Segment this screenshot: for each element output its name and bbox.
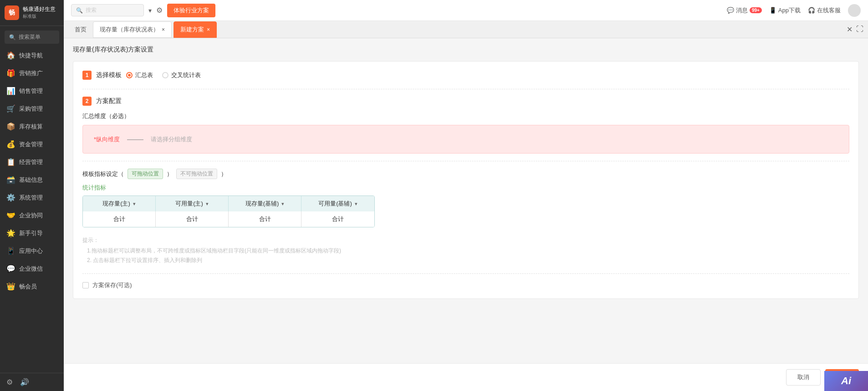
topbar-search-box[interactable]: 🔍 搜索 [71, 4, 144, 16]
stats-table-header: 现存量(主) ▾ 可用量(主) ▾ 现存量(基辅) ▾ [83, 196, 374, 211]
sidebar-item-marketing[interactable]: 🎁 营销推广 [0, 64, 64, 82]
fixed-badge: 不可拖动位置 [176, 169, 217, 179]
page-title: 现存量(库存状况表)方案设置 [73, 46, 859, 54]
body-available-aux: 合计 [301, 211, 374, 227]
stats-table-body: 合计 合计 合计 合计 [83, 211, 374, 227]
sidebar: 畅 畅康通好生意 标准版 🔍 搜索菜单 🏠 快捷导航 🎁 营销推广 📊 销售管理… [0, 0, 64, 391]
ai-float-button[interactable]: Ai [824, 371, 868, 391]
tab-inventory-close-icon[interactable]: × [162, 26, 165, 33]
topbar-dropdown-button[interactable]: ▾ [148, 7, 152, 14]
topbar-search-icon: 🔍 [76, 7, 83, 14]
tips-item-2: 2. 点击标题栏下拉可设置排序、插入列和删除列 [82, 257, 849, 264]
topbar-right: 💬 消息 99+ 📱 App下载 🎧 在线客服 [727, 4, 861, 17]
topbar-gear-icon[interactable]: ⚙ [156, 6, 163, 15]
gift-icon: 🎁 [6, 69, 15, 77]
tips-item-1: 1.拖动标题栏可以调整布局，不可跨维度或指标区域拖动栏目字段(只能在同一维度或指… [82, 247, 849, 255]
crown-icon: 👑 [6, 282, 15, 291]
app-download-btn[interactable]: 📱 App下载 [769, 6, 801, 15]
radio-summary[interactable]: 汇总表 [126, 71, 153, 79]
sidebar-footer: ⚙ 🔊 [0, 373, 64, 391]
star-icon: 🌟 [6, 229, 15, 237]
user-avatar[interactable] [848, 4, 861, 17]
money-icon: 💰 [6, 140, 15, 149]
tab-home[interactable]: 首页 [68, 22, 93, 37]
sidebar-item-operations[interactable]: 📋 经营管理 [0, 153, 64, 171]
template-options: 汇总表 交叉统计表 [126, 71, 201, 79]
database-icon: 🗃️ [6, 175, 15, 184]
settings-icon: ⚙️ [6, 193, 15, 202]
home-icon: 🏠 [6, 51, 15, 60]
sidebar-item-member[interactable]: 👑 畅会员 [0, 278, 64, 295]
stats-table: 现存量(主) ▾ 可用量(主) ▾ 现存量(基辅) ▾ [82, 196, 375, 227]
tab-expand-icon[interactable]: ⛶ [856, 25, 863, 34]
clipboard-icon: 📋 [6, 158, 15, 166]
sidebar-item-wechat[interactable]: 💬 企业微信 [0, 260, 64, 278]
sidebar-item-purchase[interactable]: 🛒 采购管理 [0, 100, 64, 118]
sidebar-item-apps[interactable]: 📱 应用中心 [0, 242, 64, 260]
col-current-main-dropdown[interactable]: ▾ [133, 201, 136, 207]
dimension-area[interactable]: *纵向维度 —— 请选择分组维度 [82, 125, 849, 154]
body-current-aux: 合计 [229, 211, 301, 227]
col-available-main-dropdown[interactable]: ▾ [206, 201, 209, 207]
search-icon: 🔍 [9, 34, 16, 41]
footer-volume-icon[interactable]: 🔊 [20, 378, 29, 386]
radio-summary-circle [126, 72, 133, 78]
save-checkbox[interactable] [82, 282, 89, 288]
footer-settings-icon[interactable]: ⚙ [6, 378, 13, 386]
indicator-settings: 模板指标设定（ 可拖动位置 ） 不可拖动位置 ） 统计指标 现存量(主) [82, 169, 849, 227]
col-available-aux[interactable]: 可用量(基辅) ▾ [301, 196, 374, 211]
sidebar-item-guide[interactable]: 🌟 新手引导 [0, 224, 64, 242]
dimension-arrow: —— [127, 134, 143, 144]
tab-close-icon[interactable]: ✕ [847, 25, 853, 34]
tab-new-plan[interactable]: 新建方案 × [174, 21, 217, 38]
messages-badge: 99+ [750, 7, 762, 13]
online-service-btn[interactable]: 🎧 在线客服 [808, 6, 841, 15]
topbar-left: 🔍 搜索 ▾ ⚙ 体验行业方案 [71, 4, 215, 17]
topbar: 🔍 搜索 ▾ ⚙ 体验行业方案 💬 消息 99+ 📱 App下载 🎧 在线客服 [64, 0, 868, 21]
sidebar-item-shortcut[interactable]: 🏠 快捷导航 [0, 46, 64, 64]
tab-inventory-status[interactable]: 现存量（库存状况表） × [93, 21, 172, 38]
sidebar-item-finance[interactable]: 💰 资金管理 [0, 135, 64, 153]
cancel-button[interactable]: 取消 [786, 369, 821, 386]
main-area: 🔍 搜索 ▾ ⚙ 体验行业方案 💬 消息 99+ 📱 App下载 🎧 在线客服 [64, 0, 868, 391]
col-current-aux[interactable]: 现存量(基辅) ▾ [229, 196, 301, 211]
tab-new-plan-close-icon[interactable]: × [207, 26, 210, 33]
col-available-main[interactable]: 可用量(主) ▾ [156, 196, 229, 211]
tips-section: 提示： 1.拖动标题栏可以调整布局，不可跨维度或指标区域拖动栏目字段(只能在同一… [82, 237, 849, 264]
messages-btn[interactable]: 💬 消息 99+ [727, 6, 762, 15]
box-icon: 📦 [6, 122, 15, 131]
step1-section: 1 选择模板 汇总表 交叉统计表 [82, 71, 849, 80]
col-available-aux-dropdown[interactable]: ▾ [355, 201, 357, 207]
tips-title: 提示： [82, 237, 849, 244]
indicator-label: 模板指标设定（ 可拖动位置 ） 不可拖动位置 ） [82, 169, 849, 179]
sidebar-nav: 🔍 搜索菜单 🏠 快捷导航 🎁 营销推广 📊 销售管理 🛒 采购管理 📦 库存核… [0, 26, 64, 373]
cart-icon: 🛒 [6, 104, 15, 113]
sidebar-item-system[interactable]: ⚙️ 系统管理 [0, 189, 64, 206]
sidebar-logo: 畅 畅康通好生意 标准版 [0, 0, 64, 26]
sidebar-search-btn[interactable]: 🔍 搜索菜单 [5, 31, 59, 44]
app-logo-icon: 畅 [5, 5, 19, 20]
app-logo-text: 畅康通好生意 标准版 [23, 6, 56, 20]
step2-badge: 2 [82, 97, 92, 106]
settings-card: 1 选择模板 汇总表 交叉统计表 [73, 61, 859, 299]
sidebar-item-basic[interactable]: 🗃️ 基础信息 [0, 171, 64, 189]
col-current-main[interactable]: 现存量(主) ▾ [83, 196, 156, 211]
step1-header: 1 选择模板 汇总表 交叉统计表 [82, 71, 849, 80]
save-option: 方案保存(可选) [82, 281, 849, 289]
wechat-icon: 💬 [6, 264, 15, 273]
save-divider [82, 273, 849, 274]
col-current-aux-dropdown[interactable]: ▾ [281, 201, 284, 207]
tab-controls: ✕ ⛶ [847, 25, 863, 34]
radio-cross[interactable]: 交叉统计表 [162, 71, 201, 79]
trial-btn[interactable]: 体验行业方案 [167, 4, 215, 17]
radio-cross-circle [162, 72, 168, 78]
sidebar-item-sales[interactable]: 📊 销售管理 [0, 82, 64, 100]
sidebar-item-inventory[interactable]: 📦 库存核算 [0, 118, 64, 135]
step2-header: 2 方案配置 [82, 97, 849, 106]
dimension-required: *纵向维度 [94, 135, 120, 144]
tabbar: 首页 现存量（库存状况表） × 新建方案 × ✕ ⛶ [64, 21, 868, 38]
stats-section-label: 统计指标 [82, 184, 849, 192]
sidebar-item-contract[interactable]: 🤝 企业协同 [0, 206, 64, 224]
step-divider-1 [82, 89, 849, 89]
footer-bar: 取消 查询 [64, 363, 868, 391]
